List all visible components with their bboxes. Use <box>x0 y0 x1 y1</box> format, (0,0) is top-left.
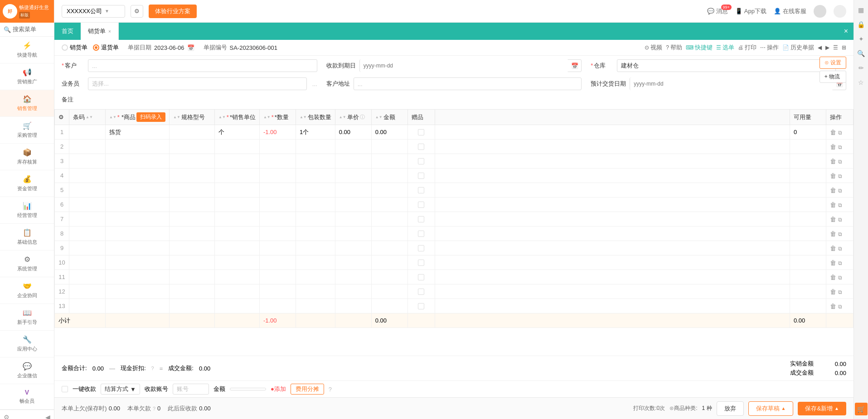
gift-checkbox[interactable] <box>418 202 424 208</box>
cell-product[interactable] <box>106 284 170 299</box>
cell-price[interactable] <box>335 255 371 270</box>
cell-qty[interactable] <box>259 140 296 154</box>
cell-unit[interactable] <box>214 183 259 197</box>
right-panel-icon-5[interactable]: ✏ <box>855 62 868 74</box>
cell-gift[interactable] <box>407 154 435 169</box>
cell-unit[interactable] <box>214 197 259 212</box>
cell-spec[interactable] <box>169 183 214 197</box>
add-button[interactable]: ●添加 <box>271 385 286 393</box>
cell-barcode[interactable] <box>69 125 106 140</box>
cell-gift[interactable] <box>407 212 435 226</box>
gift-checkbox[interactable] <box>418 303 424 309</box>
cell-amount[interactable] <box>371 197 407 212</box>
cell-gift[interactable] <box>407 183 435 197</box>
right-panel-icon-2[interactable]: 🔒 <box>855 18 868 31</box>
cell-qty[interactable] <box>259 226 296 241</box>
discount-info-icon[interactable]: ? <box>151 366 154 371</box>
cell-product[interactable]: 拣货 <box>106 125 170 140</box>
cell-product[interactable] <box>106 226 170 241</box>
cell-product[interactable] <box>106 197 170 212</box>
cell-spec[interactable] <box>169 284 214 299</box>
scan-barcode-button[interactable]: 扫码录入 <box>136 112 165 122</box>
cell-amount[interactable] <box>371 212 407 226</box>
price-info-icon[interactable]: ⓘ <box>360 114 365 120</box>
cell-unit[interactable] <box>214 212 259 226</box>
gift-checkbox[interactable] <box>418 245 424 251</box>
cell-pack[interactable] <box>296 140 335 154</box>
cell-spec[interactable] <box>169 299 214 313</box>
cell-barcode[interactable] <box>69 255 106 270</box>
cell-amount[interactable] <box>371 226 407 241</box>
copy-row-button[interactable]: ⧉ <box>838 231 842 237</box>
company-select[interactable]: XXXXXX公司 ▼ <box>62 5 125 18</box>
delete-row-button[interactable]: 🗑 <box>830 172 836 179</box>
shortcut-button[interactable]: ⌨ 快捷键 <box>686 43 713 52</box>
delete-row-button[interactable]: 🗑 <box>830 288 836 295</box>
right-panel-icon-6[interactable]: ☆ <box>855 76 868 89</box>
delete-row-button[interactable]: 🗑 <box>830 274 836 281</box>
list-view-icon[interactable]: ☰ <box>833 44 838 51</box>
calendar-icon[interactable]: 📅 <box>187 44 194 51</box>
warehouse-input[interactable]: 建材仓 <box>617 59 836 72</box>
cell-amount[interactable] <box>371 140 407 154</box>
sidebar-item-cooperation[interactable]: 🤝 企业协同 <box>0 277 54 304</box>
cell-amount[interactable] <box>371 284 407 299</box>
save-draft-button[interactable]: 保存草稿 ▲ <box>748 401 794 416</box>
cell-spec[interactable] <box>169 226 214 241</box>
delete-row-button[interactable]: 🗑 <box>830 303 836 310</box>
cell-qty[interactable] <box>259 169 296 183</box>
due-date-input[interactable] <box>360 59 569 72</box>
cell-barcode[interactable] <box>69 197 106 212</box>
copy-row-button[interactable]: ⧉ <box>838 159 842 165</box>
gift-checkbox[interactable] <box>418 173 424 179</box>
cell-barcode[interactable] <box>69 169 106 183</box>
abandon-button[interactable]: 放弃 <box>717 401 744 416</box>
cell-pack[interactable] <box>296 284 335 299</box>
cell-amount[interactable] <box>371 183 407 197</box>
th-barcode[interactable]: 条码▲▼ <box>69 110 106 125</box>
gift-checkbox[interactable] <box>418 260 424 266</box>
cell-price[interactable] <box>335 299 371 313</box>
sidebar-item-weixin[interactable]: 💬 企业微信 <box>0 357 54 384</box>
cell-pack[interactable] <box>296 226 335 241</box>
online-service-button[interactable]: 👤 在线客服 <box>774 7 806 15</box>
cell-gift[interactable] <box>407 197 435 212</box>
select-button[interactable]: ☰ 选单 <box>716 43 734 52</box>
print-button[interactable]: 🖨 打印 <box>738 43 756 52</box>
sidebar-item-shortcut[interactable]: ⚡ 快捷导航 <box>0 37 54 63</box>
cell-qty[interactable] <box>259 284 296 299</box>
sidebar-item-finance[interactable]: 💰 资金管理 <box>0 170 54 197</box>
cell-gift[interactable] <box>407 270 435 284</box>
cell-price[interactable] <box>335 212 371 226</box>
th-price[interactable]: ▲▼单价ⓘ <box>335 110 371 125</box>
cell-barcode[interactable] <box>69 140 106 154</box>
gift-checkbox[interactable] <box>418 274 424 280</box>
cell-price[interactable]: 0.00 <box>335 125 371 140</box>
copy-row-button[interactable]: ⧉ <box>838 289 842 295</box>
th-amount[interactable]: ▲▼金额 <box>371 110 407 125</box>
th-settings[interactable]: ⚙ <box>55 110 69 125</box>
cell-qty[interactable] <box>259 299 296 313</box>
due-date-calendar-icon[interactable]: 📅 <box>568 63 581 69</box>
save-draft-arrow-icon[interactable]: ▲ <box>781 406 786 411</box>
cell-pack[interactable] <box>296 154 335 169</box>
th-gift[interactable]: 赠品 <box>407 110 435 125</box>
delete-row-button[interactable]: 🗑 <box>830 230 836 237</box>
delete-row-button[interactable]: 🗑 <box>830 143 836 150</box>
prev-record-icon[interactable]: ◀ <box>818 44 822 51</box>
cell-price[interactable] <box>335 226 371 241</box>
app-download-button[interactable]: 📱 App下载 <box>735 7 766 15</box>
note-input[interactable] <box>77 94 846 106</box>
cell-barcode[interactable] <box>69 226 106 241</box>
settings-icon[interactable]: ⚙ <box>4 414 10 419</box>
cell-product[interactable] <box>106 255 170 270</box>
delete-row-button[interactable]: 🗑 <box>830 245 836 252</box>
cell-spec[interactable] <box>169 197 214 212</box>
th-available[interactable]: 可用量 <box>790 110 826 125</box>
cell-product[interactable] <box>106 299 170 313</box>
radio-sales-order[interactable]: 销货单 <box>62 43 87 52</box>
cell-pack[interactable] <box>296 169 335 183</box>
gift-checkbox[interactable] <box>418 231 424 237</box>
copy-row-button[interactable]: ⧉ <box>838 303 842 310</box>
radio-return-order[interactable]: 退货单 <box>93 43 119 52</box>
